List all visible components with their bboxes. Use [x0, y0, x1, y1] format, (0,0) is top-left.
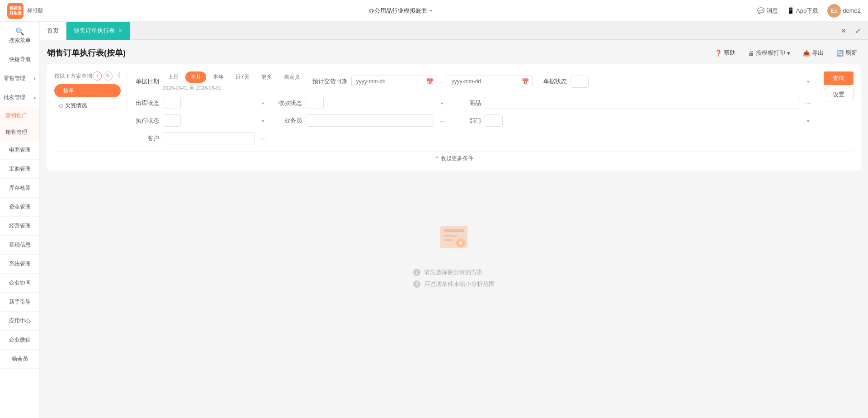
sidebar-sub-item-promotions[interactable]: 营销推广 [0, 107, 39, 124]
filter-group-customer: 客户 ··· [132, 132, 268, 144]
doc-status-chevron-icon: ▾ [807, 79, 809, 84]
user-menu[interactable]: Ea demo2 [827, 4, 861, 18]
filter-scheme: 按以下方案查询 + ✎ 《 按单 ⊙ [54, 71, 127, 112]
help-btn[interactable]: ❓ 帮助 [711, 47, 739, 59]
add-scheme-btn[interactable]: + [93, 71, 102, 81]
goods-input[interactable] [485, 97, 800, 109]
filter-group-doc-status: 单据状态 ▾ [540, 76, 813, 88]
tip-item-2: 2 用过滤条件来缩小分析范围 [413, 278, 495, 290]
topbar: 畅捷通好生意 标准版 办公用品行业模拟账套 ▾ 💬 消息 📱 App下载 Ea … [0, 0, 868, 22]
scheme-item-欠资情况[interactable]: ⊙ 欠资情况 [54, 99, 121, 112]
page-header: 销售订单执行表(按单) ❓ 帮助 🖨 按模板打印 ▾ 📤 导出 [47, 47, 861, 59]
filter-group-department: 部门 ▾ [454, 114, 813, 127]
exec-chevron-icon: ▾ [262, 118, 264, 123]
expected-date-end[interactable] [447, 76, 533, 87]
dept-select[interactable] [485, 114, 503, 127]
tab-expand-btn[interactable]: ⤢ [852, 24, 864, 37]
tag-7days[interactable]: 近7天 [231, 71, 255, 83]
sidebar-item-operations[interactable]: 经营管理 [0, 217, 39, 236]
tag-this-year[interactable]: 本年 [208, 71, 229, 83]
payment-select-wrapper: ▾ [306, 97, 447, 109]
settings-btn[interactable]: 设置 [824, 88, 854, 101]
sidebar-item-basic-info[interactable]: 基础信息 [0, 236, 39, 255]
export-btn[interactable]: 📤 导出 [799, 47, 827, 59]
close-icon[interactable]: ✕ [118, 28, 123, 33]
date-range-text: 2023-03-01 至 2023-03-31 [163, 85, 305, 91]
sidebar-item-wholesale[interactable]: 批发管理 ▴ [0, 88, 39, 107]
expected-date-start[interactable] [351, 76, 437, 87]
delivery-select[interactable] [163, 97, 181, 109]
tab-bar: 首页 销售订单执行表 ✕ ✕ ⤢ [40, 22, 868, 40]
goods-more-btn[interactable]: ··· [804, 100, 813, 107]
payment-select[interactable] [306, 97, 324, 109]
sidebar-item-member[interactable]: 畅会员 [0, 350, 39, 369]
sidebar-item-retail[interactable]: 零售管理 ▾ [0, 69, 39, 88]
sidebar-sub-item-sales[interactable]: 销售管理 [0, 124, 39, 141]
expected-date-label: 预计交货日期 [312, 77, 348, 86]
empty-tips: 1 请先选择要分析的方案 2 用过滤条件来缩小分析范围 [413, 266, 495, 290]
tab-close-btn[interactable]: ✕ [837, 24, 850, 37]
edit-scheme-btn[interactable]: ✎ [104, 71, 113, 81]
query-btn[interactable]: 查询 [824, 71, 854, 85]
tag-more[interactable]: 更多 [256, 71, 277, 83]
tip-num-1: 1 [413, 269, 420, 276]
filter-actions: 查询 设置 [824, 71, 854, 150]
tag-last-month[interactable]: 上月 [163, 71, 184, 83]
sidebar-item-system[interactable]: 系统管理 [0, 255, 39, 274]
sidebar-item-wechat[interactable]: 企业微信 [0, 331, 39, 350]
filter-fields: 单据日期 上月 本月 本年 近7天 更多 自定义 [132, 71, 813, 150]
sidebar-item-quick-nav[interactable]: 快捷导航 [0, 50, 39, 69]
sidebar-item-app-center[interactable]: 应用中心 [0, 312, 39, 331]
print-btn[interactable]: 🖨 按模板打印 ▾ [745, 47, 794, 59]
salesperson-input[interactable] [306, 114, 434, 127]
refresh-btn[interactable]: 🔄 刷新 [833, 47, 861, 59]
sidebar: 🔍 搜索菜单 快捷导航 零售管理 ▾ 批发管理 ▴ 营销推广 销售管理 电商管理… [0, 22, 40, 418]
logo-icon: 畅捷通好生意 [7, 3, 24, 19]
collapse-label: 收起更多条件 [441, 155, 473, 162]
collapse-scheme-btn[interactable]: 《 [114, 71, 121, 81]
tab-controls: ✕ ⤢ [837, 24, 868, 37]
filter-right: 单据日期 上月 本月 本年 近7天 更多 自定义 [132, 71, 854, 150]
print-icon: 🖨 [748, 50, 754, 57]
filter-group-delivery: 出库状态 ▾ [132, 97, 268, 109]
goods-label: 商品 [454, 99, 481, 107]
export-icon: 📤 [803, 50, 810, 57]
tab-home[interactable]: 首页 [40, 22, 66, 40]
sidebar-item-enterprise[interactable]: 企业协同 [0, 274, 39, 293]
print-dropdown-icon[interactable]: ▾ [787, 50, 790, 57]
sidebar-item-inventory[interactable]: 库存核算 [0, 179, 39, 198]
sidebar-sub-wholesale: 营销推广 销售管理 [0, 107, 39, 141]
tag-this-month[interactable]: 本月 [185, 71, 206, 83]
tag-custom[interactable]: 自定义 [279, 71, 305, 83]
topbar-left: 畅捷通好生意 标准版 [7, 3, 43, 19]
delivery-select-wrapper: ▾ [163, 97, 268, 109]
date-range-expected: 📅 — 📅 [351, 76, 533, 87]
exec-select[interactable] [163, 114, 181, 127]
filter-group-payment: 收款状态 ▾ [275, 97, 447, 109]
customer-input[interactable] [163, 132, 255, 144]
sidebar-item-finance[interactable]: 资金管理 [0, 198, 39, 217]
collapse-row[interactable]: ⌃ 收起更多条件 [54, 152, 854, 163]
topbar-right: 💬 消息 📱 App下载 Ea demo2 [757, 4, 861, 18]
app-dropdown-icon[interactable]: ▾ [430, 8, 432, 13]
sidebar-item-newbie[interactable]: 新手引导 [0, 293, 39, 312]
sidebar-item-search[interactable]: 🔍 搜索菜单 [0, 22, 39, 50]
chevron-up-icon: ▴ [33, 95, 36, 100]
scheme-item-按单[interactable]: 按单 [54, 84, 121, 97]
dept-label: 部门 [454, 117, 481, 125]
exec-label: 执行状态 [132, 117, 159, 125]
tab-sales-order[interactable]: 销售订单执行表 ✕ [66, 22, 130, 40]
sidebar-item-ecommerce[interactable]: 电商管理 [0, 141, 39, 160]
doc-status-select-wrapper: ▾ [571, 76, 813, 88]
sidebar-item-purchase[interactable]: 采购管理 [0, 160, 39, 179]
salesperson-more-btn[interactable]: ··· [438, 117, 447, 124]
salesperson-label: 业务员 [275, 117, 302, 125]
app-download-btn[interactable]: 📱 App下载 [787, 7, 818, 15]
message-btn[interactable]: 💬 消息 [757, 7, 778, 15]
customer-more-btn[interactable]: ··· [259, 135, 268, 142]
empty-illustration [431, 212, 476, 257]
date-col: 上月 本月 本年 近7天 更多 自定义 2023-03-01 至 2023-03… [163, 71, 305, 91]
search-icon: 🔍 [2, 27, 38, 36]
doc-status-select[interactable] [571, 76, 589, 88]
payment-chevron-icon: ▾ [441, 100, 443, 105]
